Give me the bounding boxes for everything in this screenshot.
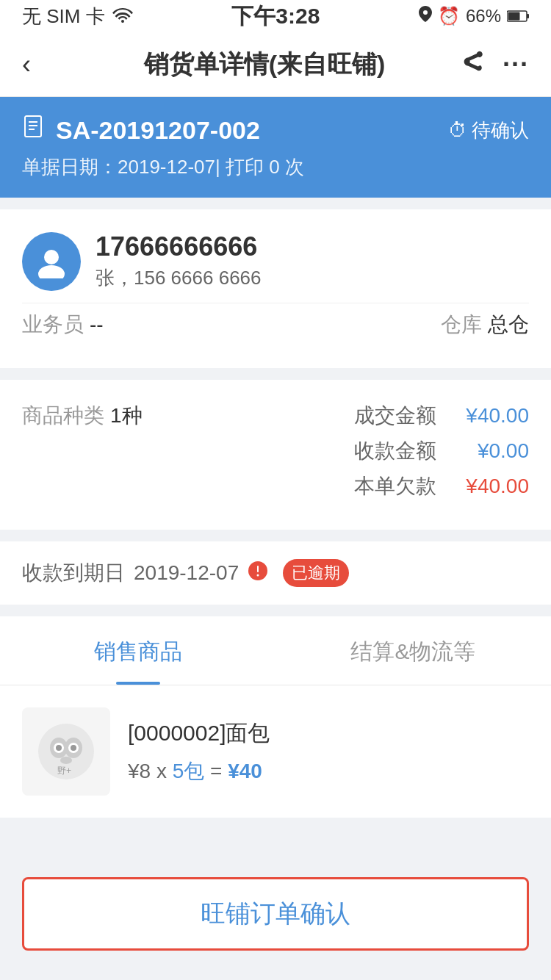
share-icon[interactable] bbox=[463, 51, 485, 79]
tabs-section: 销售商品 结算&物流等 野+ [0000002]面包 bbox=[0, 616, 551, 818]
warehouse-label: 仓库 bbox=[441, 311, 482, 339]
product-item: 野+ [0000002]面包 ¥8 x 5包 = ¥40 bbox=[0, 685, 551, 818]
status-bar: 无 SIM 卡 下午3:28 ⏰ 66% bbox=[0, 0, 551, 32]
staff-row: 业务员 -- 仓库 总仓 bbox=[22, 303, 529, 346]
staff-value: -- bbox=[90, 313, 104, 336]
confirm-button-wrap: 旺铺订单确认 bbox=[22, 877, 529, 951]
status-right: ⏰ 66% bbox=[419, 6, 529, 26]
product-price-row: ¥8 x 5包 = ¥40 bbox=[128, 757, 529, 785]
customer-card: 17666666666 张，156 6666 6666 业务员 -- 仓库 总仓 bbox=[0, 209, 551, 368]
battery-text: 66% bbox=[466, 6, 501, 26]
location-icon bbox=[419, 6, 432, 26]
order-status: ⏱ 待确认 bbox=[448, 118, 529, 143]
owed-row: 本单欠款 ¥40.00 bbox=[354, 472, 529, 500]
wifi-icon bbox=[112, 5, 133, 28]
summary-right: 成交金额 ¥40.00 收款金额 ¥0.00 本单欠款 ¥40.00 bbox=[354, 402, 529, 508]
order-date-label: 单据日期： bbox=[22, 156, 118, 178]
status-text: 待确认 bbox=[472, 118, 529, 143]
battery-icon bbox=[507, 6, 529, 26]
warehouse-value: 总仓 bbox=[488, 311, 529, 339]
svg-text:野+: 野+ bbox=[57, 765, 71, 776]
due-date-card: 收款到期日 2019-12-07 已逾期 bbox=[0, 541, 551, 605]
product-total: ¥40 bbox=[228, 760, 262, 782]
types-value: 1种 bbox=[110, 402, 143, 430]
order-header: SA-20191207-002 ⏱ 待确认 单据日期：2019-12-07| 打… bbox=[0, 97, 551, 198]
status-time: 下午3:28 bbox=[231, 1, 320, 32]
summary-left: 商品种类 1种 bbox=[22, 402, 143, 430]
product-name: [0000002]面包 bbox=[128, 718, 529, 749]
received-row: 收款金额 ¥0.00 bbox=[354, 437, 529, 465]
received-value: ¥0.00 bbox=[478, 439, 529, 463]
svg-point-11 bbox=[257, 574, 259, 576]
types-label: 商品种类 bbox=[22, 402, 104, 430]
overdue-badge: 已逾期 bbox=[283, 559, 349, 587]
customer-phone[interactable]: 17666666666 bbox=[96, 231, 262, 262]
owed-value: ¥40.00 bbox=[466, 475, 529, 498]
amount-row: 成交金额 ¥40.00 bbox=[354, 402, 529, 430]
order-print-info: | 打印 0 次 bbox=[215, 156, 304, 178]
page-title: 销货单详情(来自旺铺) bbox=[66, 48, 463, 82]
svg-rect-2 bbox=[508, 12, 519, 21]
status-left: 无 SIM 卡 bbox=[22, 4, 133, 29]
svg-point-8 bbox=[38, 265, 65, 278]
svg-point-7 bbox=[44, 250, 59, 264]
order-header-row1: SA-20191207-002 ⏱ 待确认 bbox=[22, 115, 529, 145]
svg-point-19 bbox=[60, 757, 72, 764]
product-qty: 5包 bbox=[173, 760, 205, 782]
amount-value: ¥40.00 bbox=[466, 404, 529, 428]
customer-row: 17666666666 张，156 6666 6666 bbox=[22, 231, 529, 291]
order-id-text: SA-20191207-002 bbox=[56, 116, 260, 145]
staff-label: 业务员 bbox=[22, 311, 84, 339]
product-logo: 野+ bbox=[22, 707, 110, 796]
product-unit-price: ¥8 bbox=[128, 760, 151, 782]
product-equals: = bbox=[210, 760, 228, 782]
customer-info: 17666666666 张，156 6666 6666 bbox=[96, 231, 262, 291]
tab-sales[interactable]: 销售商品 bbox=[0, 616, 276, 685]
summary-card: 商品种类 1种 成交金额 ¥40.00 收款金额 ¥0.00 本单欠款 ¥40.… bbox=[0, 380, 551, 530]
product-thumbnail: 野+ bbox=[22, 707, 110, 796]
order-id: SA-20191207-002 bbox=[22, 115, 260, 145]
nav-actions: ··· bbox=[463, 49, 529, 80]
order-id-icon bbox=[22, 115, 47, 145]
order-date-value: 2019-12-07 bbox=[118, 156, 215, 178]
tabs-header: 销售商品 结算&物流等 bbox=[0, 616, 551, 685]
confirm-button[interactable]: 旺铺订单确认 bbox=[22, 877, 529, 951]
tab-settlement[interactable]: 结算&物流等 bbox=[276, 616, 551, 685]
warning-icon bbox=[248, 561, 268, 586]
due-date-value: 2019-12-07 bbox=[134, 561, 239, 585]
product-types: 商品种类 1种 bbox=[22, 402, 143, 430]
owed-label: 本单欠款 bbox=[354, 472, 436, 500]
received-label: 收款金额 bbox=[354, 437, 436, 465]
svg-rect-10 bbox=[257, 566, 259, 572]
svg-rect-1 bbox=[527, 14, 529, 18]
product-multiply: x bbox=[156, 760, 173, 782]
customer-name-phone: 张，156 6666 6666 bbox=[96, 265, 262, 291]
status-clock-icon: ⏱ bbox=[448, 119, 467, 142]
svg-point-17 bbox=[56, 745, 62, 751]
alarm-icon: ⏰ bbox=[438, 6, 460, 26]
no-sim-text: 无 SIM 卡 bbox=[22, 4, 105, 29]
back-button[interactable]: ‹ bbox=[22, 49, 66, 80]
avatar bbox=[22, 232, 81, 291]
more-icon[interactable]: ··· bbox=[503, 49, 529, 80]
nav-bar: ‹ 销货单详情(来自旺铺) ··· bbox=[0, 32, 551, 97]
amount-label: 成交金额 bbox=[354, 402, 436, 430]
order-date-row: 单据日期：2019-12-07| 打印 0 次 bbox=[22, 154, 529, 180]
due-date-label: 收款到期日 bbox=[22, 559, 125, 587]
product-info: [0000002]面包 ¥8 x 5包 = ¥40 bbox=[128, 718, 529, 785]
svg-point-18 bbox=[71, 745, 76, 751]
